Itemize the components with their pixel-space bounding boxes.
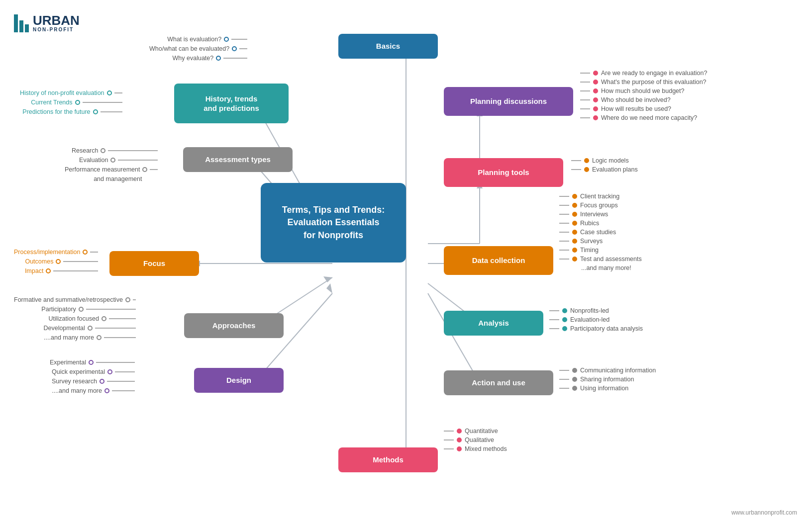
- left-item: Why evaluate?: [149, 55, 247, 62]
- left-item: Developmental: [14, 325, 136, 332]
- bullet-item: Logic models: [571, 157, 638, 164]
- dot: [79, 307, 84, 312]
- bullet-item: Surveys: [559, 238, 642, 245]
- dot: [224, 37, 229, 42]
- bullet-item: Communicating information: [559, 367, 656, 374]
- bullet-item: How will results be used?: [580, 105, 707, 112]
- logo-bar-2: [19, 20, 23, 32]
- dot: [100, 379, 104, 384]
- bullet-circle: [572, 377, 577, 382]
- bullet-item: Interviews: [559, 211, 642, 218]
- action-use-box: Action and use: [444, 370, 553, 395]
- logo-nonprofit: NON-PROFIT: [33, 27, 80, 32]
- bullet-circle: [584, 167, 589, 172]
- bullet-item: Evaluation-led: [549, 316, 643, 323]
- left-item: Utilization focused: [14, 315, 136, 322]
- bullet-item: Sharing information: [559, 376, 656, 383]
- center-text: Terms, Tips and Trends: Evaluation Essen…: [282, 204, 385, 242]
- logo-bars: [14, 14, 29, 32]
- bullet-circle: [572, 203, 577, 208]
- logo-bar-1: [14, 14, 18, 32]
- bullet-item: Evaluation plans: [571, 166, 638, 173]
- logo-urban: URBAN: [33, 14, 80, 27]
- history-left-bullets: History of non-profit evaluation Current…: [20, 89, 122, 118]
- bullet-circle: [593, 80, 598, 85]
- left-item: Process/implementation: [14, 249, 98, 256]
- left-item: Quick experimental: [50, 368, 135, 375]
- bullet-circle: [572, 368, 577, 373]
- bullet-circle: [572, 239, 577, 244]
- assessment-left-bullets: Research Evaluation Performance measurem…: [65, 147, 158, 185]
- bullet-circle: [572, 230, 577, 235]
- dot: [125, 297, 130, 302]
- dot: [93, 109, 98, 114]
- data-collection-box: Data collection: [444, 246, 553, 275]
- left-item: History of non-profit evaluation: [20, 89, 122, 96]
- bullet-item: Timing: [559, 247, 642, 254]
- bullet-circle: [572, 386, 577, 391]
- analysis-bullets: Nonprofits-led Evaluation-led Participat…: [549, 307, 643, 334]
- bullet-circle: [593, 97, 598, 102]
- bullet-circle: [593, 106, 598, 111]
- bullet-item: Mixed methods: [444, 445, 507, 452]
- left-item: Who/what can be evaluated?: [149, 45, 247, 52]
- bullet-item: Who should be involved?: [580, 96, 707, 103]
- left-item: What is evaluation?: [149, 36, 247, 43]
- dot: [110, 158, 115, 163]
- bullet-item: Are we ready to engage in evaluation?: [580, 70, 707, 77]
- logo: URBAN NON-PROFIT: [14, 14, 80, 32]
- left-item: Predictions for the future: [20, 108, 122, 115]
- focus-box: Focus: [109, 251, 199, 276]
- assessment-box: Assessment types: [183, 147, 293, 172]
- left-item: Survey research: [50, 378, 135, 385]
- left-item: Outcomes: [14, 258, 98, 265]
- bullet-circle: [572, 194, 577, 199]
- bullet-circle: [593, 88, 598, 93]
- bullet-circle: [457, 438, 462, 442]
- basics-box: Basics: [338, 34, 438, 59]
- dot: [75, 100, 80, 105]
- analysis-box: Analysis: [444, 311, 543, 336]
- bullet-item: Nonprofits-led: [549, 307, 643, 314]
- bullet-item: Test and assessments: [559, 256, 642, 262]
- dot: [216, 56, 221, 61]
- svg-marker-10: [323, 276, 332, 282]
- bullet-circle: [562, 326, 567, 331]
- bullet-circle: [572, 221, 577, 226]
- dot: [101, 148, 105, 153]
- bullet-circle: [572, 257, 577, 262]
- action-use-bullets: Communicating information Sharing inform…: [559, 367, 656, 394]
- left-item: ....and many more: [50, 387, 135, 394]
- planning-discussions-box: Planning discussions: [444, 87, 573, 116]
- planning-tools-bullets: Logic models Evaluation plans: [571, 157, 638, 175]
- dot: [142, 167, 147, 172]
- left-item: Evaluation: [65, 157, 158, 164]
- bullet-item: Case studies: [559, 229, 642, 236]
- svg-line-22: [428, 293, 480, 383]
- methods-box: Methods: [338, 447, 438, 472]
- methods-bullets: Quantitative Qualitative Mixed methods: [444, 428, 507, 454]
- website-footer: www.urbannonprofit.com: [731, 509, 797, 516]
- left-item: ....and many more: [14, 334, 136, 341]
- bullet-item: Using information: [559, 385, 656, 392]
- bullet-circle: [457, 446, 462, 451]
- logo-text: URBAN NON-PROFIT: [33, 14, 80, 32]
- design-box: Design: [194, 368, 284, 393]
- focus-left-bullets: Process/implementation Outcomes Impact: [14, 249, 98, 277]
- dot: [232, 46, 237, 51]
- bullet-circle: [457, 429, 462, 434]
- logo-bar-3: [25, 24, 29, 32]
- approaches-left-bullets: Formative and summative/retrospective Pa…: [14, 296, 136, 344]
- bullet-item: Quantitative: [444, 428, 507, 435]
- bullet-item: Where do we need more capacity?: [580, 114, 707, 121]
- left-item: Performance measurement and management: [65, 166, 158, 182]
- design-left-bullets: Experimental Quick experimental Survey r…: [50, 359, 135, 397]
- dot: [89, 360, 94, 365]
- dot: [56, 259, 61, 264]
- bullet-item: Rubics: [559, 220, 642, 227]
- basics-left-bullets: What is evaluation? Who/what can be eval…: [149, 36, 247, 64]
- planning-discussions-bullets: Are we ready to engage in evaluation? Wh…: [580, 70, 707, 123]
- left-item: Research: [65, 147, 158, 154]
- bullet-circle: [562, 308, 567, 313]
- bullet-item: How much should we budget?: [580, 88, 707, 94]
